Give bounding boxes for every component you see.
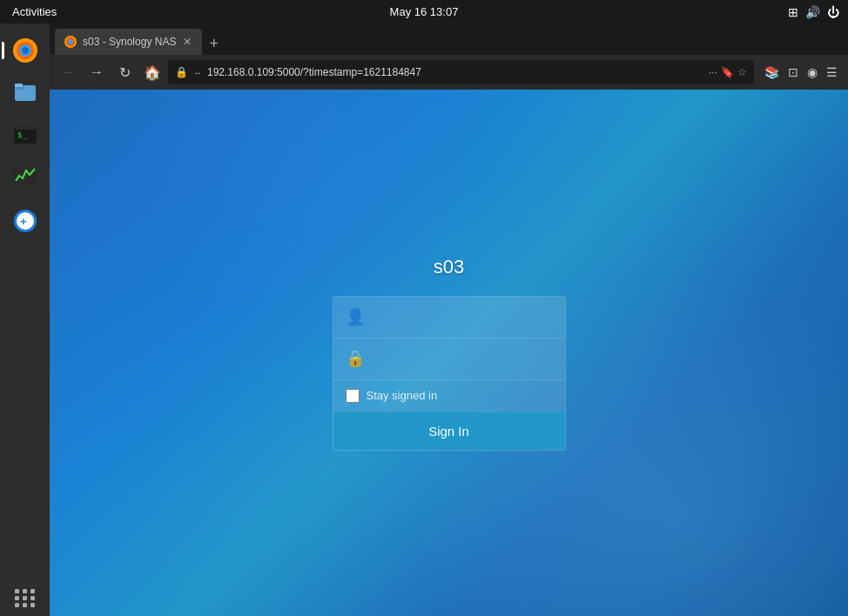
home-button[interactable]: 🏠	[140, 60, 165, 84]
sidebar-item-files[interactable]	[5, 72, 45, 112]
svg-rect-6	[15, 84, 23, 87]
svg-text:+: +	[20, 215, 27, 228]
forward-button[interactable]: →	[84, 60, 109, 84]
login-container: s03 👤 🔒 Stay signed in Sign I	[333, 256, 566, 451]
browser-window: s03 - Synology NAS ✕ + ← → ↻ 🏠 🔒 ↔ 192.1…	[50, 23, 848, 616]
menu-icon[interactable]: ☰	[823, 62, 841, 83]
power-icon[interactable]: ⏻	[827, 5, 839, 19]
container-icon[interactable]: ◉	[804, 62, 821, 83]
new-tab-button[interactable]: +	[202, 35, 225, 53]
url-bar[interactable]: 🔒 ↔ 192.168.0.109:5000/?timestamp=162118…	[168, 60, 754, 84]
password-field: 🔒	[333, 338, 565, 380]
reload-button[interactable]: ↻	[112, 60, 137, 84]
top-bar-datetime: May 16 13:07	[390, 5, 459, 18]
activities-button[interactable]: Activities	[9, 3, 60, 20]
lock-field-icon: 🔒	[346, 349, 365, 368]
app-grid-button[interactable]	[15, 589, 36, 607]
tab-title: s03 - Synology NAS	[83, 36, 176, 48]
svg-point-3	[22, 47, 29, 54]
sidebar-item-software[interactable]: +	[5, 201, 45, 241]
top-bar: Activities May 16 13:07 ⊞ 🔊 ⏻	[0, 0, 848, 23]
browser-content: s03 👤 🔒 Stay signed in Sign I	[50, 90, 848, 616]
security-icon: 🔒	[175, 66, 188, 78]
tab-bar: s03 - Synology NAS ✕ +	[50, 23, 848, 55]
bookmark-icon[interactable]: 🔖	[721, 66, 734, 78]
nav-bar: ← → ↻ 🏠 🔒 ↔ 192.168.0.109:5000/?timestam…	[50, 55, 848, 90]
sidebar-item-terminal[interactable]: $_	[5, 114, 45, 154]
svg-text:$_: $_	[17, 131, 27, 139]
url-text: 192.168.0.109:5000/?timestamp=1621184847	[207, 66, 703, 78]
top-bar-left: Activities	[9, 3, 60, 20]
user-icon: 👤	[346, 307, 365, 326]
browser-tab[interactable]: s03 - Synology NAS ✕	[55, 29, 202, 55]
tab-close-button[interactable]: ✕	[181, 34, 193, 50]
lock-icon: ↔	[193, 68, 202, 77]
star-icon[interactable]: ☆	[737, 66, 747, 78]
network-icon[interactable]: ⊞	[788, 5, 798, 19]
back-button[interactable]: ←	[57, 60, 81, 84]
svg-rect-10	[14, 166, 37, 185]
nav-extra-icons: 📚 ⊡ ◉ ☰	[761, 62, 841, 83]
url-bar-actions: ··· 🔖 ☆	[709, 66, 747, 78]
password-input[interactable]	[374, 352, 553, 365]
login-form: 👤 🔒 Stay signed in Sign In	[333, 296, 566, 451]
more-icon[interactable]: ···	[709, 66, 717, 78]
username-field: 👤	[333, 297, 565, 338]
stay-signed-checkbox[interactable]	[346, 389, 360, 403]
sidebar-item-firefox[interactable]	[5, 30, 45, 70]
sidebar-bottom	[15, 589, 36, 607]
sidebar: $_ +	[0, 23, 50, 616]
library-icon[interactable]: 📚	[761, 62, 783, 83]
server-title: s03	[434, 256, 464, 278]
username-input[interactable]	[374, 310, 553, 324]
tab-favicon	[64, 35, 77, 49]
svg-rect-8	[14, 124, 37, 130]
volume-icon[interactable]: 🔊	[805, 5, 820, 19]
sidebar-item-system-monitor[interactable]	[5, 156, 45, 196]
stay-signed-row: Stay signed in	[333, 380, 565, 412]
sign-in-button[interactable]: Sign In	[333, 412, 565, 450]
stay-signed-label[interactable]: Stay signed in	[367, 389, 438, 402]
svg-point-16	[68, 39, 73, 44]
synced-tabs-icon[interactable]: ⊡	[784, 62, 802, 83]
top-bar-right: ⊞ 🔊 ⏻	[788, 5, 839, 19]
